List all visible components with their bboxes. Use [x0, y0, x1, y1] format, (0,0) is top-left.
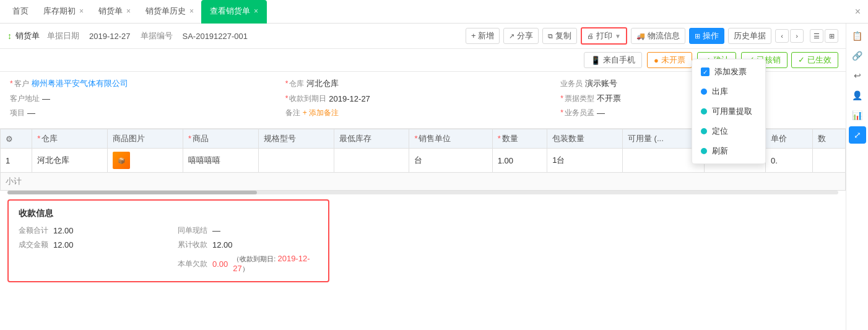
logistics-icon: 🚚 [636, 32, 645, 40]
copy-button[interactable]: ⧉ 复制 [542, 28, 577, 44]
tab-close-inventory[interactable]: × [79, 7, 84, 15]
empty-cell [19, 254, 159, 274]
from-mobile-button[interactable]: 📱 来自手机 [584, 52, 642, 68]
subtotal-row: 小计 [1, 173, 846, 191]
warehouse-value: 河北仓库 [306, 78, 339, 89]
add-note-button[interactable]: + 添加备注 [303, 108, 339, 118]
list-view-button[interactable]: ☰ [810, 29, 823, 43]
available-qty-dot [701, 108, 707, 115]
tab-view-sales[interactable]: 查看销货单 × [201, 0, 267, 24]
sidebar-icon-chart[interactable]: 📊 [849, 106, 866, 124]
sales-manager-label: 业务员孟 [560, 108, 594, 118]
copy-icon: ⧉ [548, 32, 553, 40]
nav-arrows: ‹ › [775, 29, 804, 43]
tab-close-sales-history[interactable]: × [189, 7, 194, 15]
sidebar-icon-refresh[interactable]: ↩ [849, 67, 866, 84]
ops-button[interactable]: ⊞ 操作 [689, 28, 724, 44]
product-image: 📦 [113, 152, 130, 169]
nav-prev-button[interactable]: ‹ [775, 29, 789, 43]
share-icon: ↗ [509, 32, 514, 40]
same-order-value: — [212, 226, 220, 235]
dropdown-item-available-qty[interactable]: 可用量提取 [692, 102, 765, 121]
tab-close-view-sales[interactable]: × [254, 7, 258, 15]
ticket-icon: ● [654, 56, 659, 65]
due-date: 2019-12-27 [233, 254, 310, 273]
transaction-value: 12.00 [53, 240, 74, 250]
number-value: SA-20191227-001 [183, 32, 248, 41]
transaction-row: 成交金额 12.00 [19, 240, 159, 250]
tab-bar: 首页 库存期初 × 销货单 × 销货单历史 × 查看销货单 × × [0, 0, 868, 24]
col-price: 单价 [765, 129, 812, 149]
sales-person-label: 业务员 [560, 79, 583, 89]
dropdown-item-outbound[interactable]: 出库 [692, 82, 765, 102]
tab-inventory[interactable]: 库存期初 × [36, 0, 91, 24]
dropdown-item-add-invoice[interactable]: 添加发票 [692, 62, 765, 82]
doc-header: ↕ 销货单 单据日期 2019-12-27 单据编号 SA-20191227-0… [0, 24, 846, 49]
col-product: 商品 [183, 129, 258, 149]
sidebar-icon-link[interactable]: 🔗 [849, 47, 866, 64]
note-label: 备注 [285, 108, 300, 118]
address-field: 客户地址 — [10, 93, 285, 104]
doc-type-icon: ↕ [7, 31, 12, 41]
share-button[interactable]: ↗ 分享 [503, 28, 539, 44]
add-button[interactable]: + 新增 [466, 28, 500, 44]
tab-sales-history[interactable]: 销货单历史 × [138, 0, 201, 24]
due-row: 本单欠款 0.00 （收款到期日: 2019-12-27） [178, 254, 318, 274]
outbound-dot [701, 89, 707, 95]
doc-type-label: 销货单 [15, 30, 40, 41]
nav-next-button[interactable]: › [790, 29, 804, 43]
customer-field: 客户 柳州粤港平安气体有限公司 [10, 78, 285, 89]
cumulative-label: 累计收款 [178, 240, 207, 250]
sidebar-icon-user[interactable]: 👤 [849, 87, 866, 104]
payment-date-value: 2019-12-27 [329, 94, 370, 103]
project-value: — [27, 108, 35, 118]
effective-status-button[interactable]: ✓ 已生效 [791, 52, 838, 68]
amount-value: 12.00 [53, 226, 74, 235]
payment-date-label: 收款到期日 [285, 93, 327, 104]
date-label: 单据日期 [47, 30, 79, 41]
tab-sales[interactable]: 销货单 × [91, 0, 138, 24]
history-button[interactable]: 历史单据 [728, 28, 771, 44]
not-open-ticket-button[interactable]: ● 未开票 [647, 52, 692, 68]
col-product-img: 商品图片 [108, 129, 183, 149]
sidebar-icon-clipboard[interactable]: 📋 [849, 27, 866, 45]
col-pack-qty: 包装数量 [547, 129, 623, 149]
warehouse-field: 仓库 河北仓库 [285, 78, 561, 89]
print-button[interactable]: 🖨 打印 ▼ [581, 27, 627, 45]
row-amount [812, 149, 845, 173]
row-spec [258, 149, 334, 173]
row-product: 嘻嘻嘻嘻 [183, 149, 258, 173]
ops-icon: ⊞ [695, 32, 700, 40]
horizontal-scrollbar[interactable] [7, 191, 838, 194]
sales-manager-value: — [597, 108, 605, 118]
print-dropdown-arrow: ▼ [615, 33, 621, 40]
col-unit: 销售单位 [409, 129, 492, 149]
customer-value[interactable]: 柳州粤港平安气体有限公司 [32, 78, 128, 89]
print-icon: 🖨 [587, 32, 594, 40]
ops-dropdown-menu: 添加发票 出库 可用量提取 定位 刷新 [692, 59, 766, 164]
payment-grid: 金额合计 12.00 同单现结 — 成交金额 12.00 累计收款 12.00 [19, 225, 318, 274]
same-order-label: 同单现结 [178, 225, 207, 236]
customer-label: 客户 [10, 79, 29, 89]
cumulative-value: 12.00 [212, 240, 233, 250]
tab-home[interactable]: 首页 [5, 0, 36, 24]
gear-icon[interactable]: ⚙ [6, 134, 13, 144]
dropdown-item-locate[interactable]: 定位 [692, 121, 765, 141]
grid-view-button[interactable]: ⊞ [825, 29, 838, 43]
toolbar: + 新增 ↗ 分享 ⧉ 复制 🖨 打印 ▼ 🚚 物流信息 [466, 27, 838, 45]
row-min-stock [334, 149, 409, 173]
dropdown-item-refresh[interactable]: 刷新 [692, 141, 765, 161]
due-label: 本单欠款 [178, 259, 207, 269]
sidebar-icon-expand[interactable]: ⤢ [849, 126, 866, 144]
due-note: （收款到期日: 2019-12-27） [233, 254, 318, 274]
window-close-button[interactable]: × [855, 6, 861, 17]
tab-close-sales[interactable]: × [126, 7, 131, 15]
view-toggle: ☰ ⊞ [810, 29, 838, 43]
payment-title: 收款信息 [19, 208, 318, 219]
due-value: 0.00 [212, 259, 228, 269]
logistics-button[interactable]: 🚚 物流信息 [631, 28, 685, 44]
col-quantity: 数量 [492, 129, 547, 149]
transaction-label: 成交金额 [19, 240, 48, 250]
col-warehouse: 仓库 [32, 129, 108, 149]
payment-section: 收款信息 金额合计 12.00 同单现结 — 成交金额 12.00 [7, 199, 329, 282]
